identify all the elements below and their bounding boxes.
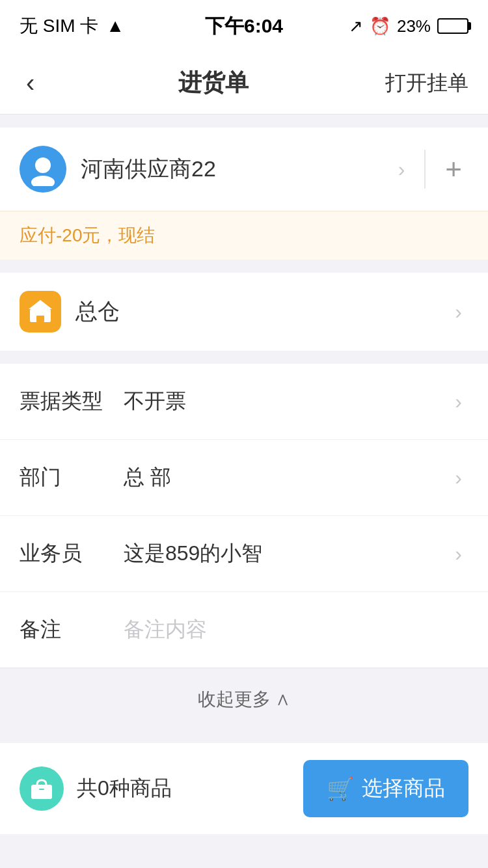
collapse-row[interactable]: 收起更多 ∧ bbox=[0, 668, 488, 730]
add-supplier-button[interactable]: + bbox=[439, 146, 468, 192]
warehouse-row[interactable]: 总仓 › bbox=[0, 273, 488, 351]
invoice-type-row[interactable]: 票据类型 不开票 › bbox=[0, 364, 488, 440]
notice-text: 应付-20元，现结 bbox=[20, 225, 155, 245]
svg-point-0 bbox=[35, 157, 51, 173]
collapse-text: 收起更多 ∧ bbox=[198, 689, 291, 709]
supplier-section: 河南供应商22 › + 应付-20元，现结 bbox=[0, 128, 488, 260]
sales-value: 这是859的小智 bbox=[124, 539, 455, 568]
gray-fill-area bbox=[0, 834, 488, 868]
page-title: 进货单 bbox=[178, 67, 249, 99]
warehouse-icon bbox=[20, 291, 61, 332]
select-goods-label: 选择商品 bbox=[362, 774, 445, 803]
svg-marker-3 bbox=[29, 300, 52, 309]
bottom-bar: 共0种商品 🛒 选择商品 bbox=[0, 743, 488, 834]
svg-rect-6 bbox=[39, 789, 44, 790]
sales-row[interactable]: 业务员 这是859的小智 › bbox=[0, 516, 488, 592]
supplier-chevron-icon: › bbox=[398, 157, 405, 182]
supplier-name: 河南供应商22 bbox=[81, 154, 398, 184]
section-gap-3 bbox=[0, 351, 488, 364]
section-gap-1 bbox=[0, 115, 488, 128]
goods-icon bbox=[20, 766, 64, 811]
department-label: 部门 bbox=[20, 463, 111, 492]
remark-input[interactable]: 备注内容 bbox=[124, 616, 468, 644]
sales-chevron-icon: › bbox=[455, 542, 462, 566]
status-carrier: 无 SIM 卡 ▲ bbox=[20, 14, 124, 38]
warehouse-name: 总仓 bbox=[75, 297, 455, 327]
wifi-icon: ▲ bbox=[106, 16, 124, 36]
invoice-value: 不开票 bbox=[124, 387, 455, 416]
sales-label: 业务员 bbox=[20, 539, 111, 568]
svg-point-1 bbox=[31, 176, 55, 186]
status-bar: 无 SIM 卡 ▲ 下午6:04 ↗ ⏰ 23% bbox=[0, 0, 488, 52]
remark-label: 备注 bbox=[20, 616, 111, 644]
status-time: 下午6:04 bbox=[205, 13, 283, 40]
open-pending-button[interactable]: 打开挂单 bbox=[385, 69, 468, 98]
select-goods-button[interactable]: 🛒 选择商品 bbox=[303, 760, 468, 817]
battery-icon bbox=[437, 18, 468, 34]
goods-count: 共0种商品 bbox=[77, 774, 172, 803]
back-button[interactable]: ‹ bbox=[20, 62, 41, 104]
alarm-icon: ⏰ bbox=[370, 16, 390, 36]
remark-row[interactable]: 备注 备注内容 bbox=[0, 592, 488, 668]
location-icon: ↗ bbox=[349, 16, 363, 36]
svg-rect-4 bbox=[36, 316, 44, 322]
warehouse-chevron-icon: › bbox=[455, 300, 462, 324]
invoice-label: 票据类型 bbox=[20, 387, 111, 416]
department-row[interactable]: 部门 总 部 › bbox=[0, 440, 488, 516]
nav-bar: ‹ 进货单 打开挂单 bbox=[0, 52, 488, 115]
department-value: 总 部 bbox=[124, 463, 455, 492]
select-goods-icon: 🛒 bbox=[327, 776, 354, 802]
notice-bar: 应付-20元，现结 bbox=[0, 211, 488, 260]
invoice-chevron-icon: › bbox=[455, 390, 462, 414]
supplier-avatar bbox=[20, 146, 66, 193]
goods-info: 共0种商品 bbox=[20, 766, 172, 811]
divider bbox=[424, 150, 426, 189]
supplier-row[interactable]: 河南供应商22 › + bbox=[0, 128, 488, 211]
battery-percent: 23% bbox=[397, 16, 431, 36]
svg-rect-5 bbox=[31, 785, 52, 799]
form-section: 票据类型 不开票 › 部门 总 部 › 业务员 这是859的小智 › 备注 备注… bbox=[0, 364, 488, 668]
warehouse-section: 总仓 › bbox=[0, 273, 488, 351]
department-chevron-icon: › bbox=[455, 466, 462, 490]
section-gap-2 bbox=[0, 260, 488, 273]
status-right: ↗ ⏰ 23% bbox=[349, 16, 468, 36]
